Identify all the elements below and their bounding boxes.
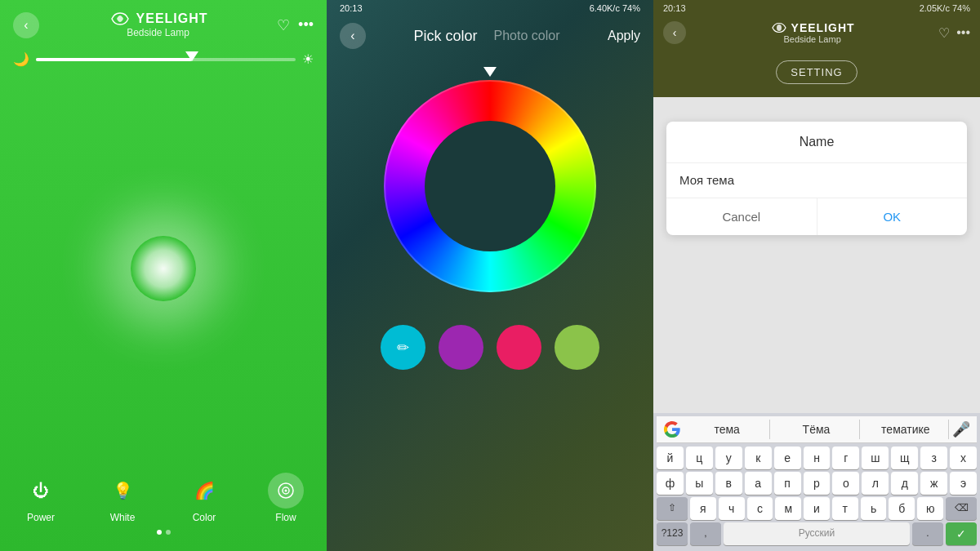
shift-key[interactable]: ⇧ bbox=[657, 497, 688, 520]
key-о[interactable]: о bbox=[832, 472, 859, 495]
wheel-indicator bbox=[483, 67, 497, 77]
favorite-button[interactable]: ♡ bbox=[277, 16, 290, 34]
bottom-navigation: ⏻ Power 💡 White 🌈 Color Flow bbox=[0, 464, 327, 551]
brightness-track[interactable] bbox=[36, 58, 296, 61]
tab-flow-label: Flow bbox=[275, 512, 296, 523]
swatch-purple[interactable] bbox=[439, 325, 483, 370]
key-н[interactable]: н bbox=[804, 447, 831, 469]
p3-header-icons: ♡ ••• bbox=[938, 25, 970, 41]
suggestion-3[interactable]: тематике bbox=[863, 420, 949, 439]
pick-color-title: Pick color bbox=[414, 28, 478, 45]
brightness-low-icon: 🌙 bbox=[13, 51, 29, 67]
microphone-icon[interactable]: 🎤 bbox=[952, 420, 970, 438]
photo-color-tab[interactable]: Photo color bbox=[494, 29, 560, 43]
name-input[interactable] bbox=[679, 173, 954, 187]
ok-button[interactable]: OK bbox=[817, 198, 968, 235]
period-key[interactable]: . bbox=[912, 522, 943, 545]
p3-favorite-button[interactable]: ♡ bbox=[938, 25, 950, 41]
key-ь[interactable]: ь bbox=[861, 497, 887, 520]
brightness-control: 🌙 ☀ bbox=[0, 47, 327, 72]
color-back-button[interactable]: ‹ bbox=[340, 23, 366, 49]
swatch-green[interactable] bbox=[555, 325, 599, 370]
key-щ[interactable]: щ bbox=[891, 447, 918, 469]
suggestion-1[interactable]: тема bbox=[684, 420, 770, 439]
key-и[interactable]: и bbox=[804, 497, 830, 520]
svg-point-2 bbox=[285, 490, 287, 492]
back-button[interactable]: ‹ bbox=[13, 12, 39, 38]
status-time: 20:13 bbox=[340, 3, 363, 13]
numbers-key[interactable]: ?123 bbox=[657, 522, 688, 545]
key-ю[interactable]: ю bbox=[917, 497, 943, 520]
setting-button[interactable]: SETTING bbox=[776, 60, 858, 84]
p3-more-button[interactable]: ••• bbox=[956, 25, 970, 41]
color-wheel[interactable] bbox=[384, 80, 596, 292]
panel2-content: 20:13 6.40K/c 74% ‹ Pick color Photo col… bbox=[327, 0, 653, 370]
swatch-pink[interactable] bbox=[497, 325, 541, 370]
key-ч[interactable]: ч bbox=[719, 497, 745, 520]
key-ф[interactable]: ф bbox=[657, 472, 684, 495]
key-э[interactable]: э bbox=[950, 472, 977, 495]
key-ж[interactable]: ж bbox=[920, 472, 947, 495]
keyboard-row-3: ⇧ я ч с м и т ь б ю ⌫ bbox=[657, 497, 977, 520]
key-к[interactable]: к bbox=[745, 447, 772, 469]
key-в[interactable]: в bbox=[715, 472, 742, 495]
key-с[interactable]: с bbox=[747, 497, 773, 520]
keyboard: тема Тёма тематике 🎤 й ц у к е н г ш щ з… bbox=[653, 413, 980, 551]
tab-white[interactable]: 💡 White bbox=[105, 473, 140, 523]
key-б[interactable]: б bbox=[889, 497, 915, 520]
tab-color[interactable]: 🌈 Color bbox=[186, 473, 222, 523]
swatch-cyan[interactable]: ✏ bbox=[381, 325, 425, 370]
panel3-top: 20:13 2.05K/c 74% ‹ YEELIGHT Bedside Lam… bbox=[653, 0, 980, 97]
keyboard-row-1: й ц у к е н г ш щ з х bbox=[657, 447, 977, 469]
enter-key[interactable]: ✓ bbox=[946, 522, 977, 545]
more-button[interactable]: ••• bbox=[298, 16, 314, 33]
lamp-glow bbox=[131, 236, 196, 301]
key-р[interactable]: р bbox=[804, 472, 831, 495]
key-ш[interactable]: ш bbox=[862, 447, 889, 469]
p3-back-button[interactable]: ‹ bbox=[663, 21, 686, 44]
key-з[interactable]: з bbox=[920, 447, 947, 469]
key-л[interactable]: л bbox=[862, 472, 889, 495]
key-ц[interactable]: ц bbox=[686, 447, 713, 469]
status-bar: 20:13 6.40K/c 74% bbox=[327, 0, 653, 16]
key-у[interactable]: у bbox=[715, 447, 742, 469]
color-icon: 🌈 bbox=[186, 473, 222, 509]
key-м[interactable]: м bbox=[775, 497, 801, 520]
cancel-button[interactable]: Cancel bbox=[666, 198, 817, 235]
key-ы[interactable]: ы bbox=[686, 472, 713, 495]
key-т[interactable]: т bbox=[832, 497, 858, 520]
nav-tabs: ⏻ Power 💡 White 🌈 Color Flow bbox=[0, 473, 327, 523]
brand-row: YEELIGHT bbox=[109, 11, 208, 26]
p3-brand-logo-icon bbox=[770, 22, 788, 33]
brightness-high-icon: ☀ bbox=[302, 51, 314, 67]
keyboard-suggestions: тема Тёма тематике 🎤 bbox=[657, 416, 977, 443]
tab-flow[interactable]: Flow bbox=[268, 473, 304, 523]
key-а[interactable]: а bbox=[745, 472, 772, 495]
header-actions: ♡ ••• bbox=[277, 16, 314, 34]
panel3-header: ‹ YEELIGHT Bedside Lamp ♡ ••• bbox=[653, 16, 980, 54]
key-г[interactable]: г bbox=[832, 447, 859, 469]
tab-power[interactable]: ⏻ Power bbox=[23, 473, 59, 523]
p3-brand-name: YEELIGHT bbox=[791, 21, 855, 34]
key-й[interactable]: й bbox=[657, 447, 684, 469]
delete-key[interactable]: ⌫ bbox=[946, 497, 977, 520]
key-я[interactable]: я bbox=[690, 497, 716, 520]
panel1-title: YEELIGHT Bedside Lamp bbox=[109, 11, 208, 38]
space-key[interactable]: Русский bbox=[724, 522, 910, 545]
key-е[interactable]: е bbox=[774, 447, 801, 469]
keyboard-row-4: ?123 , Русский . ✓ bbox=[657, 522, 977, 545]
apply-button[interactable]: Apply bbox=[608, 29, 640, 43]
suggestion-2[interactable]: Тёма bbox=[773, 420, 859, 439]
flow-icon bbox=[268, 473, 304, 509]
tab-power-label: Power bbox=[27, 512, 55, 523]
panel2-nav: ‹ Pick color Photo color Apply bbox=[327, 16, 653, 56]
brightness-fill bbox=[36, 58, 192, 61]
p3-device-name: Bedside Lamp bbox=[770, 34, 855, 44]
key-д[interactable]: д bbox=[891, 472, 918, 495]
color-wheel-container[interactable] bbox=[384, 80, 596, 292]
key-х[interactable]: х bbox=[950, 447, 977, 469]
panel-lamp-control: ‹ YEELIGHT Bedside Lamp ♡ ••• 🌙 ☀ bbox=[0, 0, 327, 551]
key-п[interactable]: п bbox=[774, 472, 801, 495]
dialog-input-row[interactable] bbox=[666, 163, 967, 198]
comma-key[interactable]: , bbox=[690, 522, 721, 545]
